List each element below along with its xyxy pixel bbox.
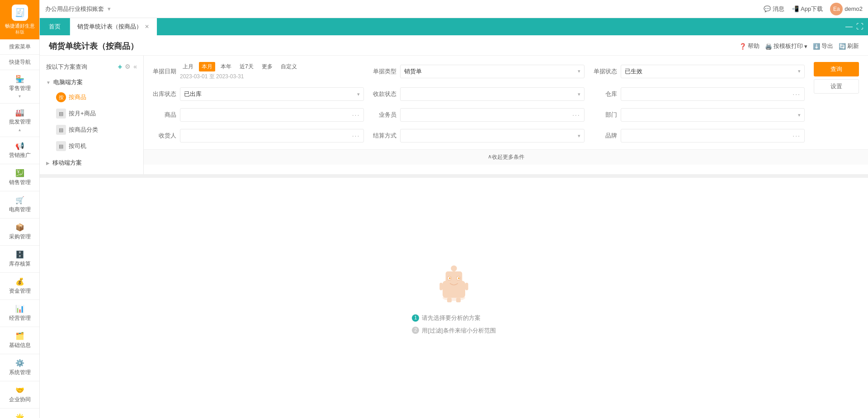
wholesale-icon: 🏭: [15, 108, 24, 117]
date-tab-custom[interactable]: 自定义: [278, 62, 300, 71]
export-btn[interactable]: ⬇️ 导出: [813, 42, 833, 50]
print-dropdown-icon[interactable]: ▾: [804, 43, 807, 50]
scheme-item-by-goods[interactable]: 按 按商品: [40, 89, 143, 105]
filter-right: 单据日期 上月 本月 本年 近7天 更多: [144, 56, 868, 174]
sidebar-item-operations[interactable]: 📊 经营管理: [0, 300, 39, 327]
sidebar-quick-nav[interactable]: 快捷导航: [0, 55, 39, 70]
sidebar-item-finance[interactable]: 💰 资金管理: [0, 273, 39, 300]
refresh-btn[interactable]: 🔄 刷新: [839, 42, 859, 50]
goods-input[interactable]: ···: [180, 108, 364, 122]
filter-item-dept: 部门 ▾: [594, 108, 805, 122]
receiver-input[interactable]: ···: [180, 129, 364, 142]
ecommerce-icon: 🛒: [15, 196, 24, 204]
date-filter: 上月 本月 本年 近7天 更多 自定义 2023-03-01 至 20: [180, 62, 364, 81]
receive-status-select[interactable]: ▾: [400, 87, 584, 101]
tab-close-icon[interactable]: ✕: [145, 24, 149, 30]
scheme-panel: 按以下方案查询 + ⚙ « ▼ 电脑端方案: [40, 56, 144, 174]
sidebar-item-wholesale[interactable]: 🏭 批发管理 ▴: [0, 104, 39, 137]
sidebar-item-newbie[interactable]: 🌟 新手引导: [0, 408, 39, 418]
sidebar-search[interactable]: 搜索菜单: [0, 39, 39, 55]
sidebar-item-inventory[interactable]: 🗄️ 库存核算: [0, 246, 39, 273]
user-avatar-btn[interactable]: Ea demo2: [830, 3, 863, 15]
app-download-btn[interactable]: 📲 App下载: [792, 5, 823, 13]
date-tab-last-month[interactable]: 上月: [180, 62, 196, 71]
scheme-item-icon-3: ▤: [56, 141, 66, 151]
sidebar-item-purchase[interactable]: 📦 采购管理: [0, 218, 39, 246]
scheme-group-mobile-header[interactable]: ▶ 移动端方案: [40, 156, 143, 170]
collapse-up-icon: ∧: [488, 153, 492, 161]
message-btn[interactable]: 💬 消息: [764, 5, 784, 13]
minimize-icon[interactable]: —: [845, 23, 853, 31]
out-status-select[interactable]: 已出库 ▾: [180, 87, 364, 101]
scheme-add-icon[interactable]: +: [118, 63, 122, 71]
message-icon: 💬: [764, 5, 771, 12]
filter-content-area: 按以下方案查询 + ⚙ « ▼ 电脑端方案: [40, 56, 868, 174]
topnav-right: 💬 消息 📲 App下载 Ea demo2: [764, 3, 863, 15]
out-status-dropdown-icon: ▾: [357, 91, 360, 97]
sidebar-logo: 🧾 畅捷通好生意 标版: [0, 0, 39, 39]
settings-button[interactable]: 设置: [814, 79, 859, 94]
tabbar-actions: — ⛶: [841, 23, 868, 31]
print-btn[interactable]: 🖨️ 按模板打印 ▾: [765, 42, 807, 50]
warehouse-input[interactable]: ···: [621, 87, 805, 101]
scheme-item-by-driver[interactable]: ▤ 按司机: [40, 138, 143, 154]
scheme-title: 按以下方案查询 + ⚙ «: [40, 60, 143, 74]
svg-rect-4: [453, 268, 454, 272]
filter-item-warehouse: 仓库 ···: [594, 87, 805, 101]
sidebar-item-sales[interactable]: 💹 销售管理: [0, 164, 39, 191]
workspace-title: 办公用品行业模拟账套: [45, 5, 104, 13]
sidebar-item-basic[interactable]: 🗂️ 基础信息: [0, 327, 39, 354]
page-title: 销货单统计表（按商品）: [49, 41, 138, 52]
filter-item-date: 单据日期 上月 本月 本年 近7天 更多: [153, 62, 364, 81]
help-icon: ❓: [739, 43, 746, 50]
sidebar-item-enterprise[interactable]: 🤝 企业协同: [0, 381, 39, 408]
tabbar: 首页 销货单统计表（按商品） ✕ — ⛶: [40, 18, 868, 35]
scheme-action-buttons: + ⚙ «: [118, 63, 137, 71]
scheme-item-by-month-goods[interactable]: ▤ 按月+商品: [40, 105, 143, 122]
settle-dropdown-icon: ▾: [578, 133, 580, 139]
sidebar-item-ecommerce[interactable]: 🛒 电商管理: [0, 191, 39, 218]
scheme-collapse-icon[interactable]: «: [133, 63, 137, 71]
svg-rect-11: [447, 298, 452, 302]
help-btn[interactable]: ❓ 帮助: [739, 42, 760, 50]
filter-row-4: 收货人 ··· 结算方式: [144, 128, 814, 149]
date-tab-7days[interactable]: 近7天: [237, 62, 256, 71]
filter-item-doc-type: 单据类型 销货单 ▾: [373, 62, 584, 81]
brand-input[interactable]: ···: [621, 129, 805, 142]
sidebar-item-marketing[interactable]: 📢 营销推广: [0, 137, 39, 164]
date-tab-more[interactable]: 更多: [259, 62, 275, 71]
receive-status-dropdown-icon: ▾: [578, 91, 580, 97]
doc-type-select[interactable]: 销货单 ▾: [400, 65, 584, 78]
sidebar-item-system[interactable]: ⚙️ 系统管理: [0, 354, 39, 381]
date-tab-current-month[interactable]: 本月: [199, 62, 215, 71]
collapse-bar[interactable]: ∧ 收起更多条件: [144, 149, 868, 165]
query-button[interactable]: 查询: [814, 62, 859, 76]
sidebar-item-retail[interactable]: 🏪 零售管理 ▾: [0, 70, 39, 104]
maximize-icon[interactable]: ⛶: [856, 23, 863, 31]
warehouse-dots-icon: ···: [793, 90, 801, 98]
page-content: 销货单统计表（按商品） ❓ 帮助 🖨️ 按模板打印 ▾ ⬇️: [40, 35, 868, 418]
scheme-group-mobile-label: 移动端方案: [52, 159, 82, 167]
salesperson-input[interactable]: ···: [400, 108, 584, 122]
empty-state-illustration: [431, 260, 476, 305]
tab-sales-stats[interactable]: 销货单统计表（按商品） ✕: [70, 18, 157, 35]
receiver-dots-icon: ···: [352, 132, 360, 139]
topnav: 办公用品行业模拟账套 ▾ 💬 消息 📲 App下载 Ea demo2: [40, 0, 868, 18]
workspace-dropdown-icon[interactable]: ▾: [108, 5, 111, 12]
logo-text: 畅捷通好生意 标版: [5, 23, 35, 35]
date-tab-year[interactable]: 本年: [218, 62, 234, 71]
filter-item-goods: 商品 ···: [153, 108, 364, 122]
scheme-group-pc-header[interactable]: ▼ 电脑端方案: [40, 76, 143, 89]
scheme-item-by-category[interactable]: ▤ 按商品分类: [40, 122, 143, 138]
settle-select[interactable]: ▾: [400, 129, 584, 142]
filter-item-receive-status: 收款状态 ▾: [373, 87, 584, 101]
scheme-group-pc-label: 电脑端方案: [53, 78, 83, 86]
tab-home[interactable]: 首页: [40, 18, 70, 35]
empty-tips: 1 请先选择要分析的方案 2 用[过滤]条件来缩小分析范围: [412, 313, 495, 336]
doc-status-select[interactable]: 已生效 ▾: [621, 65, 805, 78]
basic-icon: 🗂️: [15, 332, 24, 340]
tip-num-1: 1: [412, 314, 419, 322]
scheme-settings-icon[interactable]: ⚙: [125, 63, 131, 71]
dept-select[interactable]: ▾: [621, 108, 805, 122]
print-icon: 🖨️: [765, 43, 772, 50]
